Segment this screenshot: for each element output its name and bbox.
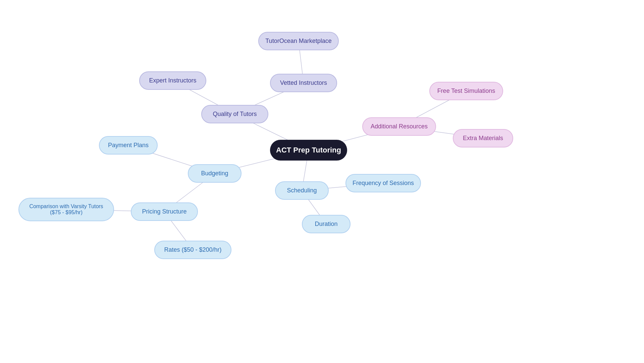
duration-node[interactable]: Duration [302,215,351,233]
vetted-instructors-node[interactable]: Vetted Instructors [270,74,337,92]
tutorocean-marketplace-node[interactable]: TutorOcean Marketplace [258,32,339,50]
frequency-of-sessions-node[interactable]: Frequency of Sessions [345,174,421,192]
scheduling-node[interactable]: Scheduling [275,181,329,200]
comparison-varsity-node[interactable]: Comparison with Varsity Tutors($75 - $95… [18,198,114,221]
extra-materials-node[interactable]: Extra Materials [453,129,513,147]
additional-resources-node[interactable]: Additional Resources [362,117,436,136]
payment-plans-node[interactable]: Payment Plans [99,136,158,155]
quality-of-tutors-node[interactable]: Quality of Tutors [201,105,268,123]
rates-node[interactable]: Rates ($50 - $200/hr) [154,241,231,259]
expert-instructors-node[interactable]: Expert Instructors [139,71,206,90]
budgeting-node[interactable]: Budgeting [188,164,241,183]
pricing-structure-node[interactable]: Pricing Structure [131,202,198,221]
free-test-simulations-node[interactable]: Free Test Simulations [429,82,503,100]
center-node[interactable]: ACT Prep Tutoring [270,140,347,161]
